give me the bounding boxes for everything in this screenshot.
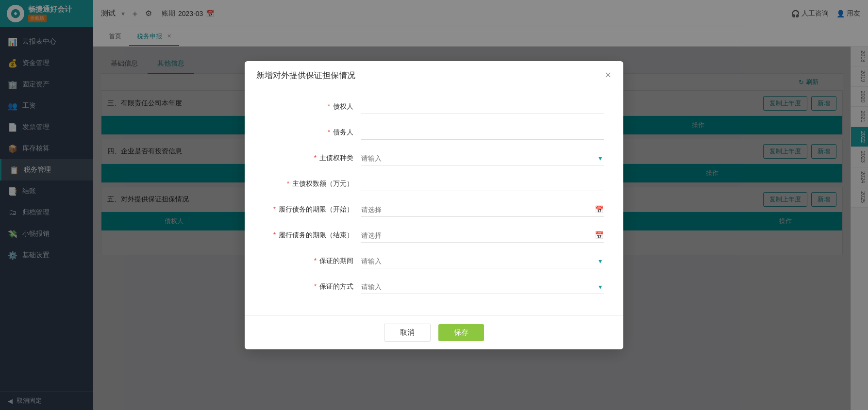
date-end-calendar-icon[interactable]: 📅 xyxy=(595,231,604,240)
modal-close-button[interactable]: ✕ xyxy=(604,71,612,80)
save-button[interactable]: 保存 xyxy=(438,324,484,341)
modal-footer: 取消 保存 xyxy=(245,315,623,349)
form-row-guarantee-period: * 保证的期间 ▾ xyxy=(264,254,604,268)
form-label-debt-end: * 履行债务的期限（结束） xyxy=(264,231,361,240)
form-label-debtor: * 债务人 xyxy=(264,128,361,137)
guarantee-period-input[interactable] xyxy=(361,254,597,268)
form-label-guarantee-period: * 保证的期间 xyxy=(264,257,361,265)
form-input-wrap-creditor xyxy=(361,100,604,114)
debt-type-input[interactable] xyxy=(361,151,597,165)
debt-type-chevron-icon[interactable]: ▾ xyxy=(597,154,604,162)
form-row-debtor: * 债务人 xyxy=(264,126,604,140)
debtor-input[interactable] xyxy=(361,126,604,140)
form-row-debt-start: * 履行债务的期限（开始） 📅 xyxy=(264,203,604,217)
debt-amount-input[interactable] xyxy=(361,177,604,191)
cancel-button[interactable]: 取消 xyxy=(384,324,431,342)
form-date-wrap-start: 📅 xyxy=(361,203,604,217)
form-input-wrap-debt-amount xyxy=(361,177,604,191)
form-label-creditor: * 债权人 xyxy=(264,102,361,111)
modal: 新增对外提供保证担保情况 ✕ * 债权人 xyxy=(245,61,623,349)
form-select-wrap-guarantee-period: ▾ xyxy=(361,254,604,268)
guarantee-method-chevron-icon[interactable]: ▾ xyxy=(597,283,604,291)
form-row-debt-end: * 履行债务的期限（结束） 📅 xyxy=(264,229,604,243)
form-row-creditor: * 债权人 xyxy=(264,100,604,114)
modal-title: 新增对外提供保证担保情况 xyxy=(256,70,355,81)
guarantee-period-chevron-icon[interactable]: ▾ xyxy=(597,257,604,265)
modal-header: 新增对外提供保证担保情况 ✕ xyxy=(245,61,623,90)
form-label-debt-type: * 主债权种类 xyxy=(264,154,361,163)
main-area: 测试 ▾ ＋ ⚙ 账期 2023-03 📅 🎧 人工咨询 👤 用友 xyxy=(93,0,868,410)
debt-end-input[interactable] xyxy=(361,229,595,242)
form-row-debt-type: * 主债权种类 ▾ xyxy=(264,151,604,165)
form-row-debt-amount: * 主债权数额（万元） xyxy=(264,177,604,191)
form-label-debt-amount: * 主债权数额（万元） xyxy=(264,180,361,188)
form-row-guarantee-method: * 保证的方式 ▾ xyxy=(264,280,604,294)
form-input-wrap-debtor xyxy=(361,126,604,140)
date-start-calendar-icon[interactable]: 📅 xyxy=(595,205,604,214)
guarantee-method-input[interactable] xyxy=(361,280,597,294)
form-date-wrap-end: 📅 xyxy=(361,229,604,243)
form-label-debt-start: * 履行债务的期限（开始） xyxy=(264,205,361,214)
modal-overlay: 新增对外提供保证担保情况 ✕ * 债权人 xyxy=(93,47,868,410)
creditor-input[interactable] xyxy=(361,100,604,114)
form-select-wrap-guarantee-method: ▾ xyxy=(361,280,604,294)
form-select-wrap-debt-type: ▾ xyxy=(361,151,604,165)
form-label-guarantee-method: * 保证的方式 xyxy=(264,282,361,291)
modal-body: * 债权人 * 债务人 xyxy=(245,90,623,315)
debt-start-input[interactable] xyxy=(361,203,595,216)
